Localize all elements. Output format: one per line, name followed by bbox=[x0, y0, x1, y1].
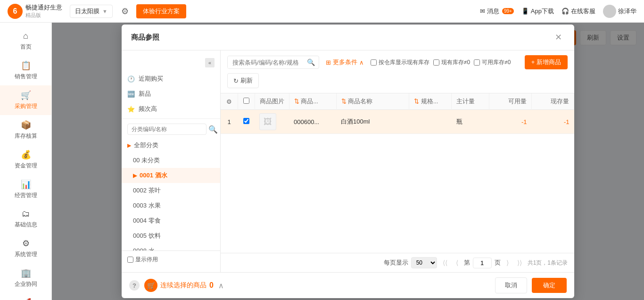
show-disabled-checkbox[interactable] bbox=[127, 257, 133, 263]
first-page-button[interactable]: ⟨⟨ bbox=[440, 258, 450, 267]
category-item-0004[interactable]: 0004 零食 bbox=[122, 213, 220, 228]
row-code-cell: 000600... bbox=[289, 110, 336, 134]
category-search-input[interactable] bbox=[127, 124, 206, 135]
pagination-bar: 每页显示 50 10 20 100 ⟨⟨ ⟨ 第 页 bbox=[221, 253, 574, 272]
star-icon: ⭐ bbox=[127, 106, 135, 113]
sales-icon: 📋 bbox=[21, 60, 31, 71]
modal-toolbar: 🔍 ⊞ 更多条件 ∧ 按仓库显示现有库存 bbox=[221, 50, 574, 93]
warehouse-filter-checkbox[interactable] bbox=[371, 59, 377, 66]
row-checkbox[interactable] bbox=[243, 118, 249, 124]
refresh-modal-button[interactable]: ↻ 刷新 bbox=[227, 73, 259, 88]
category-item-0001[interactable]: ▶ 0001 酒水 bbox=[122, 168, 220, 183]
sidebar-item-sales[interactable]: 📋 销售管理 bbox=[0, 56, 51, 85]
sort-icon: ⇅ bbox=[294, 98, 299, 105]
prev-page-button[interactable]: ⟨ bbox=[453, 258, 461, 267]
sidebar-item-inventory[interactable]: 📦 库存核算 bbox=[0, 115, 51, 145]
headset-icon: 🎧 bbox=[561, 8, 569, 15]
cart-count: 0 bbox=[209, 281, 214, 290]
refresh-icon: ↻ bbox=[233, 77, 239, 84]
service-item[interactable]: 🎧 在线客服 bbox=[561, 7, 595, 16]
frequent-item[interactable]: ⭐ 频次高 bbox=[122, 101, 220, 117]
clock-icon: 🕐 bbox=[127, 75, 135, 83]
message-badge: 99+ bbox=[502, 8, 514, 14]
product-search-button[interactable]: 🔍 bbox=[303, 56, 319, 68]
category-item-00[interactable]: 00 未分类 bbox=[122, 153, 220, 168]
show-disabled-row: 显示停用 bbox=[122, 250, 220, 268]
recent-purchase-item[interactable]: 🕐 近期购买 bbox=[122, 71, 220, 86]
col-code-header[interactable]: ⇅ 商品... bbox=[289, 93, 336, 110]
confirm-button[interactable]: 确定 bbox=[532, 278, 567, 293]
current-stock-checkbox[interactable] bbox=[433, 59, 439, 66]
table-row[interactable]: 1 🖼 bbox=[221, 110, 574, 134]
finance-icon: 💰 bbox=[21, 150, 31, 160]
available-stock-checkbox[interactable] bbox=[474, 59, 480, 66]
collapse-button[interactable]: « bbox=[205, 58, 215, 67]
new-products-item[interactable]: 🆕 新品 bbox=[122, 86, 220, 101]
col-available-header[interactable]: 可用量 bbox=[489, 93, 532, 110]
sidebar-item-system[interactable]: ⚙ 系统管理 bbox=[0, 233, 51, 263]
sidebar-item-enterprise[interactable]: 🏢 企业协同 bbox=[0, 263, 51, 293]
col-image-header[interactable]: 商品图片 bbox=[255, 93, 289, 110]
chevron-down-icon: ▼ bbox=[102, 8, 107, 14]
sidebar-item-home[interactable]: ⌂ 首页 bbox=[0, 26, 51, 56]
user-avatar-area[interactable]: 徐泽华 bbox=[603, 5, 636, 18]
home-icon: ⌂ bbox=[23, 31, 28, 41]
col-unit-header[interactable]: 主计量 bbox=[452, 93, 489, 110]
sidebar: ⌂ 首页 📋 销售管理 🛒 采购管理 📦 库存核算 💰 资金管理 📊 经营管理 … bbox=[0, 23, 52, 300]
nav-right: ✉ 消息 99+ 📱 App下载 🎧 在线客服 徐泽华 bbox=[480, 5, 636, 18]
guide-icon: 🚀 bbox=[21, 298, 31, 300]
select-all-checkbox[interactable] bbox=[243, 98, 249, 104]
filter-button[interactable]: ⊞ 更多条件 ∧ bbox=[323, 56, 367, 68]
all-category-item[interactable]: ▶ 全部分类 bbox=[122, 138, 220, 153]
row-image-cell: 🖼 bbox=[255, 110, 289, 134]
row-unit-cell: 瓶 bbox=[452, 110, 489, 134]
message-nav-item[interactable]: ✉ 消息 99+ bbox=[480, 7, 514, 16]
collapse-footer-button[interactable]: ∧ bbox=[218, 281, 224, 290]
trial-button[interactable]: 体验行业方案 bbox=[136, 4, 186, 18]
category-item-0002[interactable]: 0002 茶叶 bbox=[122, 183, 220, 198]
modal-close-button[interactable]: ✕ bbox=[552, 31, 565, 43]
row-name-cell: 白酒100ml bbox=[336, 110, 409, 134]
modal-footer: ? 🛒 连续选择的商品 0 ∧ 取消 确定 bbox=[122, 272, 574, 298]
top-nav: 6 畅捷通好生意 精品版 日太阳膜 ▼ ⚙ 体验行业方案 ✉ 消息 99+ 📱 … bbox=[0, 0, 644, 23]
filter-icon: ⊞ bbox=[326, 59, 331, 66]
modal-header: 商品参照 ✕ bbox=[122, 25, 574, 50]
sidebar-item-basic[interactable]: 🗂 基础信息 bbox=[0, 204, 51, 233]
last-page-button[interactable]: ⟩⟩ bbox=[514, 258, 525, 267]
page-number-input[interactable] bbox=[473, 258, 492, 268]
product-thumbnail: 🖼 bbox=[259, 113, 276, 130]
category-item-0003[interactable]: 0003 水果 bbox=[122, 198, 220, 213]
help-button[interactable]: ? bbox=[129, 280, 140, 291]
sort-icon: ⇅ bbox=[414, 98, 419, 105]
sidebar-item-guide[interactable]: 🚀 新手引导 bbox=[0, 293, 51, 300]
add-product-button[interactable]: + 新增商品 bbox=[525, 55, 568, 69]
logo-icon: 6 bbox=[8, 4, 23, 19]
system-icon: ⚙ bbox=[22, 238, 30, 249]
cart-area: 🛒 连续选择的商品 0 bbox=[144, 279, 214, 292]
category-item-0008[interactable]: 0008 水 bbox=[122, 243, 220, 250]
gear-button[interactable]: ⚙ bbox=[117, 4, 132, 19]
app-download-item[interactable]: 📱 App下载 bbox=[521, 7, 554, 16]
cancel-button[interactable]: 取消 bbox=[495, 277, 527, 293]
sidebar-item-purchase[interactable]: 🛒 采购管理 bbox=[0, 85, 51, 115]
col-name-header[interactable]: ⇅ 商品名称 bbox=[336, 93, 409, 110]
row-stock-cell: -1 bbox=[532, 110, 574, 134]
modal-left-panel: « 🕐 近期购买 🆕 新品 ⭐ 频次高 bbox=[122, 50, 221, 272]
sidebar-item-business[interactable]: 📊 经营管理 bbox=[0, 175, 51, 204]
show-disabled-label[interactable]: 显示停用 bbox=[127, 256, 158, 264]
page-size-select[interactable]: 50 10 20 100 bbox=[411, 257, 437, 268]
col-spec-header[interactable]: ⇅ 规格... bbox=[409, 93, 452, 110]
category-search-button[interactable]: 🔍 bbox=[208, 125, 218, 134]
cart-icon: 🛒 bbox=[144, 279, 157, 292]
available-stock-label[interactable]: 可用库存≠0 bbox=[474, 58, 511, 67]
nav-dropdown[interactable]: 日太阳膜 ▼ bbox=[70, 5, 113, 18]
category-list: ▶ 全部分类 00 未分类 ▶ 0001 酒水 0002 茶 bbox=[122, 138, 220, 250]
product-search-input[interactable] bbox=[228, 57, 303, 68]
current-stock-label[interactable]: 现有库存≠0 bbox=[433, 58, 470, 67]
category-item-0005[interactable]: 0005 饮料 bbox=[122, 228, 220, 243]
next-page-button[interactable]: ⟩ bbox=[504, 258, 512, 267]
sidebar-item-finance[interactable]: 💰 资金管理 bbox=[0, 145, 51, 175]
warehouse-filter-label[interactable]: 按仓库显示现有库存 bbox=[371, 58, 429, 67]
modal-overlay: 商品参照 ✕ « 🕐 近期购买 🆕 bbox=[52, 23, 644, 300]
col-settings: ⚙ bbox=[221, 93, 238, 110]
